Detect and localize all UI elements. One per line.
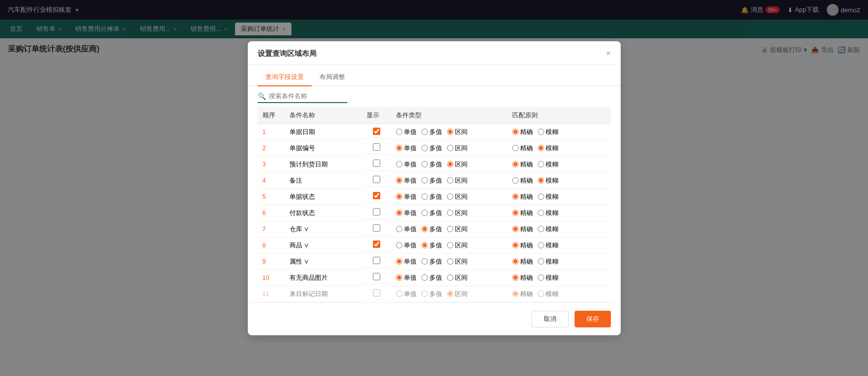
dialog-header: 设置查询区域布局 × xyxy=(248,41,621,65)
tab-field-settings[interactable]: 查询字段设置 xyxy=(258,69,312,70)
dialog-title: 设置查询区域布局 xyxy=(258,49,316,58)
dialog-overlay: 设置查询区域布局 × 查询字段设置 布局调整 🔍 顺序 xyxy=(0,0,868,69)
dialog-close-button[interactable]: × xyxy=(606,50,610,57)
dialog-tabs: 查询字段设置 布局调整 xyxy=(248,65,621,70)
tab-layout-adjust[interactable]: 布局调整 xyxy=(312,69,353,70)
settings-dialog: 设置查询区域布局 × 查询字段设置 布局调整 🔍 顺序 xyxy=(248,41,621,70)
